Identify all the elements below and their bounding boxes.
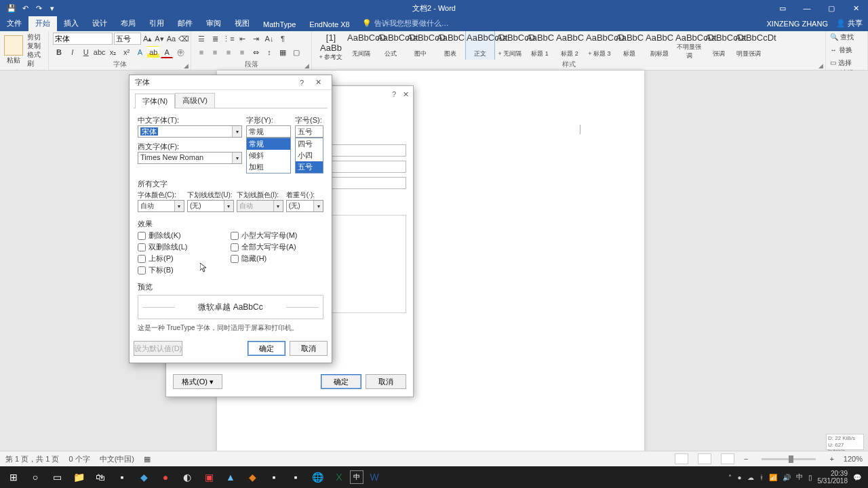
chk-hidden[interactable]: 隐藏(H): [231, 253, 323, 264]
subscript-icon[interactable]: x₂: [107, 46, 119, 58]
size-opt-0[interactable]: 四号: [296, 138, 323, 150]
outdent-icon[interactable]: ⇤: [236, 33, 248, 45]
font-tab-font[interactable]: 字体(N): [135, 94, 175, 108]
bold-icon[interactable]: B: [53, 46, 65, 58]
redo-icon[interactable]: ↷: [34, 3, 43, 13]
app-icon-3[interactable]: ◐: [176, 466, 198, 488]
size-input[interactable]: 五号: [295, 125, 323, 138]
font-name-combo[interactable]: [53, 33, 113, 45]
ime-icon[interactable]: 中: [350, 470, 363, 484]
numbering-icon[interactable]: ≣: [209, 33, 221, 45]
style-item-6[interactable]: AaBbCcD+ 无间隔: [495, 31, 525, 60]
taskview-icon[interactable]: ▭: [46, 466, 68, 488]
app-icon-8[interactable]: ▪: [285, 466, 307, 488]
style-opt-regular[interactable]: 常规: [247, 138, 290, 150]
back-dialog-close-icon[interactable]: ✕: [403, 90, 409, 99]
tab-endnote[interactable]: EndNote X8: [302, 18, 356, 31]
style-item-2[interactable]: AaBbCcDt公式: [376, 31, 406, 60]
underline-icon[interactable]: U: [80, 46, 92, 58]
select-button[interactable]: ▭ 选择: [830, 58, 852, 67]
chk-dstrike[interactable]: 双删除线(L): [138, 242, 231, 252]
style-item-4[interactable]: AaBbCcDt图表: [435, 31, 465, 60]
bullets-icon[interactable]: ☰: [195, 33, 208, 45]
west-font-combo[interactable]: Times New Roman ▾: [138, 152, 242, 164]
chk-sub[interactable]: 下标(B): [138, 265, 231, 275]
status-words[interactable]: 0 个字: [68, 454, 90, 464]
tell-me-search[interactable]: 💡 告诉我您想要做什么…: [362, 18, 449, 31]
tray-vol-icon[interactable]: 🔊: [783, 474, 791, 481]
cn-font-combo[interactable]: 宋体 ▾: [138, 125, 242, 138]
superscript-icon[interactable]: x²: [121, 46, 133, 58]
store-icon[interactable]: 🛍: [90, 466, 111, 488]
chk-smallcaps[interactable]: 小型大写字母(M): [231, 230, 323, 241]
shading-icon[interactable]: ▦: [277, 46, 289, 58]
paste-icon[interactable]: [4, 35, 23, 56]
line-spacing-icon[interactable]: ↕: [263, 46, 275, 58]
style-item-11[interactable]: AaBbC副标题: [644, 31, 674, 60]
app-icon-7[interactable]: ▪: [263, 466, 285, 488]
chk-strike[interactable]: 删除线(K): [138, 230, 231, 241]
show-marks-icon[interactable]: ¶: [277, 33, 289, 45]
tab-home[interactable]: 开始: [28, 16, 57, 31]
chevron-down-icon[interactable]: ▾: [232, 126, 241, 137]
style-item-1[interactable]: AaBbCcD无间隔: [346, 31, 376, 60]
size-opt-2[interactable]: 五号: [296, 161, 323, 173]
chrome-icon[interactable]: 🌐: [307, 466, 328, 488]
app-icon-6[interactable]: ◆: [241, 466, 263, 488]
emphasis-combo[interactable]: (无)▾: [286, 200, 323, 212]
justify-icon[interactable]: ≡: [236, 46, 248, 58]
style-item-14[interactable]: AaBbCcDt明显强调: [734, 31, 764, 60]
app-icon-1[interactable]: ◆: [133, 466, 155, 488]
style-item-0[interactable]: [1] AaBb+ 参考文献: [316, 31, 346, 60]
strike-icon[interactable]: abc: [94, 46, 106, 58]
back-cancel-button[interactable]: 取消: [366, 374, 406, 389]
save-icon[interactable]: 💾: [7, 3, 16, 13]
chevron-down-icon[interactable]: ▾: [232, 152, 241, 163]
status-lang[interactable]: 中文(中国): [100, 454, 134, 464]
tray-cloud-icon[interactable]: ☁: [747, 474, 754, 481]
tab-review[interactable]: 审阅: [199, 16, 228, 31]
app-icon-4[interactable]: ▣: [198, 466, 220, 488]
copy-button[interactable]: 复制: [27, 41, 44, 50]
tab-view[interactable]: 视图: [228, 16, 256, 31]
paragraph-launcher-icon[interactable]: ◢: [304, 62, 309, 69]
zoom-value[interactable]: 120%: [844, 455, 863, 463]
start-icon[interactable]: ⊞: [3, 466, 24, 488]
zoom-slider[interactable]: [762, 458, 816, 460]
tray-up-icon[interactable]: ˄: [728, 474, 732, 481]
zoom-in-icon[interactable]: +: [829, 455, 833, 463]
app-icon-2[interactable]: ●: [155, 466, 176, 488]
share-button[interactable]: 👤 共享: [836, 18, 863, 28]
font-size-combo[interactable]: [114, 33, 141, 45]
style-item-9[interactable]: AaBbCcD+ 标题 3: [585, 31, 614, 60]
user-name[interactable]: XINZENG ZHANG: [766, 20, 827, 28]
tray-ime-icon[interactable]: 中: [796, 472, 803, 482]
tray-net-icon[interactable]: 📶: [769, 474, 777, 481]
tab-design[interactable]: 设计: [85, 16, 114, 31]
tray-bt-icon[interactable]: ᚼ: [760, 474, 764, 481]
minimize-icon[interactable]: —: [795, 0, 819, 16]
chk-allcaps[interactable]: 全部大写字母(A): [231, 242, 323, 252]
tab-layout[interactable]: 布局: [114, 16, 142, 31]
word-icon[interactable]: W: [363, 466, 385, 488]
maximize-icon[interactable]: ▢: [819, 0, 844, 16]
clear-format-icon[interactable]: ⌫: [178, 33, 190, 45]
highlight-icon[interactable]: ab: [147, 46, 159, 58]
back-dialog-help-icon[interactable]: ?: [392, 90, 396, 98]
tray-batt-icon[interactable]: ▯: [808, 474, 812, 481]
status-macro-icon[interactable]: ▦: [144, 455, 151, 464]
style-item-12[interactable]: AaBbCcDt不明显强调: [674, 31, 704, 60]
align-center-icon[interactable]: ≡: [209, 46, 221, 58]
app-icon-5[interactable]: ▲: [220, 466, 241, 488]
view-read-icon[interactable]: [675, 453, 688, 464]
styles-launcher-icon[interactable]: ◢: [818, 62, 823, 69]
tab-insert[interactable]: 插入: [57, 16, 85, 31]
font-dialog-help-icon[interactable]: ?: [294, 79, 310, 87]
ribbon-options-icon[interactable]: ▭: [770, 0, 795, 16]
underline-combo[interactable]: (无)▾: [187, 200, 234, 212]
style-opt-italic[interactable]: 倾斜: [247, 150, 290, 161]
tab-mathtype[interactable]: MathType: [256, 18, 302, 31]
style-item-13[interactable]: AaBbCcDt强调: [704, 31, 734, 60]
shrink-font-icon[interactable]: A▾: [154, 33, 164, 45]
tray-clock[interactable]: 20:39 5/31/2018: [818, 470, 848, 485]
